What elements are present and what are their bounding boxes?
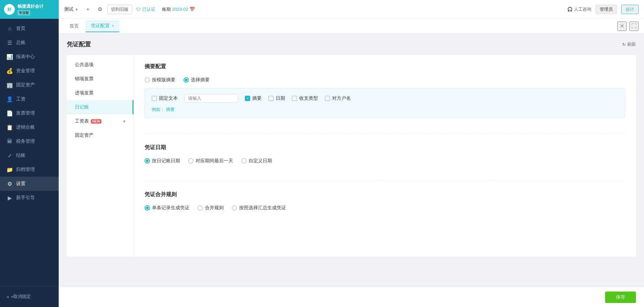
sidebar-item-invoice[interactable]: 📄 发票管理 bbox=[0, 106, 59, 120]
radio-select-all[interactable]: 按照选择汇总生成凭证 bbox=[232, 205, 286, 211]
radio-template-summary[interactable]: 按模版摘要 bbox=[145, 77, 175, 83]
switch-version-button[interactable]: 切到旧版 bbox=[107, 5, 132, 14]
salary-icon: 👤 bbox=[7, 96, 13, 102]
config-nav-purchase-invoice[interactable]: 进项发票 bbox=[67, 86, 133, 100]
fixed-text-input[interactable] bbox=[184, 94, 238, 102]
save-bar: 保存 bbox=[59, 287, 644, 307]
accountant-button[interactable]: 会计 bbox=[621, 5, 639, 14]
sidebar-item-funds[interactable]: 💰 资金管理 bbox=[0, 64, 59, 78]
add-button[interactable]: + bbox=[83, 5, 93, 14]
radio-journal-date[interactable]: 按日记账日期 bbox=[145, 158, 180, 164]
last-day-circle bbox=[188, 158, 194, 164]
calendar-icon[interactable]: 📅 bbox=[190, 7, 195, 12]
checkbox-date[interactable]: 日期 bbox=[268, 95, 285, 101]
summary-checkboxes: 固定文本 ✓ 摘要 日期 bbox=[152, 94, 618, 102]
merge-rules-section: 凭证合并规则 单条记录生成凭证 合并规则 bbox=[145, 191, 625, 227]
checkbox-fixed-text[interactable]: 固定文本 bbox=[152, 95, 178, 101]
config-nav-payroll[interactable]: 工资表 NEW ▾ bbox=[67, 114, 133, 128]
new-badge: NEW bbox=[91, 119, 101, 124]
close-tab-button[interactable]: ✕ bbox=[617, 21, 627, 31]
settings-button[interactable]: ⚙ bbox=[95, 5, 105, 14]
summary-config-section: 摘要配置 按模版摘要 选择摘要 bbox=[145, 63, 625, 133]
chevron-down-icon: ▾ bbox=[123, 119, 125, 124]
radio-last-day[interactable]: 对应期间最后一天 bbox=[188, 158, 233, 164]
merge-circle bbox=[198, 205, 203, 211]
user-button[interactable]: 管理员 bbox=[595, 5, 617, 14]
company-dropdown-icon: ▾ bbox=[75, 7, 78, 12]
shield-icon: 🛡 bbox=[136, 7, 141, 12]
logo-badge: 专业版 bbox=[17, 10, 30, 15]
config-nav: 公共选项 销项发票 进项发票 日记账 工资表 bbox=[67, 55, 134, 257]
sidebar-item-purchase-sales[interactable]: 📋 进销台账 bbox=[0, 120, 59, 134]
tab-home[interactable]: 首页 bbox=[64, 20, 84, 32]
radio-template-circle bbox=[145, 77, 150, 83]
settings-icon: ⚙ bbox=[7, 181, 13, 187]
sidebar-item-salary[interactable]: 👤 工资 bbox=[0, 92, 59, 106]
logo-text-block: 畅捷通好会计 专业版 bbox=[17, 3, 44, 15]
sidebar-bottom: « «取消固定 bbox=[0, 286, 59, 307]
funds-icon: 💰 bbox=[7, 68, 13, 74]
checkbox-counterpart[interactable]: 对方户名 bbox=[325, 95, 351, 101]
headset-icon: 🎧 bbox=[567, 7, 573, 12]
consult-button[interactable]: 🎧 人工咨询 bbox=[567, 6, 591, 12]
guide-icon: ▶ bbox=[7, 195, 13, 201]
sidebar-item-home[interactable]: ⌂ 首页 bbox=[0, 21, 59, 36]
tab-close-voucher[interactable]: × bbox=[112, 24, 114, 28]
tax-icon: 🏛 bbox=[7, 138, 13, 144]
save-button[interactable]: 保存 bbox=[605, 292, 636, 303]
sidebar-item-settlement[interactable]: ✓ 结账 bbox=[0, 148, 59, 163]
date-checkbox bbox=[268, 96, 274, 101]
sidebar-item-fixed-assets[interactable]: 🏢 固定资产 bbox=[0, 78, 59, 92]
radio-custom-date[interactable]: 自定义日期 bbox=[241, 158, 272, 164]
summary-checkbox: ✓ bbox=[245, 96, 250, 101]
page-header: 凭证配置 ↻ 刷新 bbox=[67, 40, 636, 48]
checkbox-income-expense[interactable]: 收支类型 bbox=[292, 95, 318, 101]
expand-tab-button[interactable]: ⛶ bbox=[629, 21, 639, 31]
radio-select-summary[interactable]: 选择摘要 bbox=[183, 77, 210, 83]
main-area: 测试 ▾ + ⚙ 切到旧版 🛡 已认证 账期 2023-02 📅 🎧 人工咨询 bbox=[59, 0, 644, 307]
page-content: 凭证配置 ↻ 刷新 公共选项 销项发票 bbox=[59, 34, 644, 287]
tab-bar: 首页 凭证配置 × ✕ ⛶ bbox=[59, 19, 644, 34]
sidebar-item-reports[interactable]: 📊 报表中心 bbox=[0, 50, 59, 64]
sidebar-item-archive[interactable]: 📁 归档管理 bbox=[0, 163, 59, 177]
sidebar-nav: ⌂ 首页 ☰ 总账 📊 报表中心 💰 资金管理 🏢 固定资产 👤 工资 bbox=[0, 19, 59, 286]
sidebar-item-guide[interactable]: ▶ 新手引导 bbox=[0, 191, 59, 205]
select-all-circle bbox=[232, 205, 237, 211]
verified-badge: 🛡 已认证 bbox=[136, 6, 155, 12]
checkbox-summary[interactable]: ✓ 摘要 bbox=[245, 95, 262, 101]
summary-section-title: 摘要配置 bbox=[145, 63, 625, 70]
radio-merge[interactable]: 合并规则 bbox=[198, 205, 224, 211]
sidebar-item-tax[interactable]: 🏛 税务管理 bbox=[0, 134, 59, 148]
reports-icon: 📊 bbox=[7, 54, 13, 60]
example-text: 例如： 摘要 bbox=[152, 106, 618, 113]
refresh-button[interactable]: ↻ 刷新 bbox=[622, 41, 636, 47]
config-nav-fixed-assets[interactable]: 固定资产 bbox=[67, 128, 133, 142]
sidebar: 好 畅捷通好会计 专业版 ⌂ 首页 ☰ 总账 📊 报表中心 💰 资金管理 bbox=[0, 0, 59, 307]
logo-icon: 好 bbox=[4, 4, 15, 15]
merge-rules-radio-group: 单条记录生成凭证 合并规则 按照选择汇总生成凭证 bbox=[145, 205, 625, 211]
ledger-icon: ☰ bbox=[7, 40, 13, 46]
tab-voucher-config[interactable]: 凭证配置 × bbox=[86, 20, 119, 32]
sidebar-item-settings[interactable]: ⚙ 设置 bbox=[0, 177, 59, 191]
logo-title: 畅捷通好会计 bbox=[17, 3, 44, 9]
config-nav-sales-invoice[interactable]: 销项发票 bbox=[67, 72, 133, 86]
cancel-fixed-icon: « bbox=[7, 294, 9, 299]
counterpart-checkbox bbox=[325, 96, 330, 101]
cancel-fixed-button[interactable]: « «取消固定 bbox=[0, 290, 59, 303]
period-info: 账期 2023-02 📅 bbox=[162, 6, 195, 12]
topbar-right: 🎧 人工咨询 管理员 会计 bbox=[567, 5, 639, 14]
voucher-date-section: 凭证日期 按日记账日期 对应期间最后一天 bbox=[145, 144, 625, 180]
topbar-actions: + ⚙ 切到旧版 bbox=[83, 5, 132, 14]
single-circle bbox=[145, 205, 150, 211]
radio-single[interactable]: 单条记录生成凭证 bbox=[145, 205, 190, 211]
topbar: 测试 ▾ + ⚙ 切到旧版 🛡 已认证 账期 2023-02 📅 🎧 人工咨询 bbox=[59, 0, 644, 19]
settlement-icon: ✓ bbox=[7, 152, 13, 159]
invoice-icon: 📄 bbox=[7, 110, 13, 116]
voucher-date-title: 凭证日期 bbox=[145, 144, 625, 151]
company-selector[interactable]: 测试 ▾ bbox=[64, 6, 78, 12]
fixed-assets-icon: 🏢 bbox=[7, 82, 13, 88]
sidebar-item-ledger[interactable]: ☰ 总账 bbox=[0, 36, 59, 50]
config-nav-journal[interactable]: 日记账 bbox=[67, 100, 133, 114]
config-nav-public[interactable]: 公共选项 bbox=[67, 58, 133, 72]
purchase-sales-icon: 📋 bbox=[7, 124, 13, 130]
